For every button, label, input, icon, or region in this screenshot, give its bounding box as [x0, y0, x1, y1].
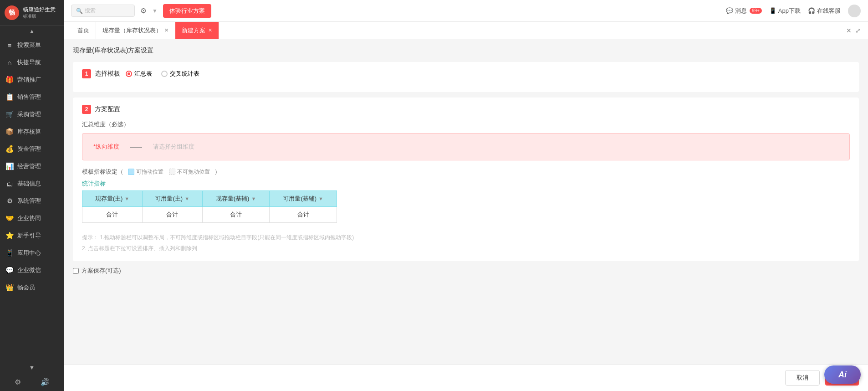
cancel-button[interactable]: 取消 — [785, 370, 820, 386]
table-header-3[interactable]: 可用量(基辅) ▼ — [270, 191, 337, 207]
message-badge: 99+ — [750, 8, 762, 14]
settings-icon[interactable]: ⚙ — [140, 6, 147, 15]
main-area: 🔍 搜索 ⚙ ▼ 体验行业方案 💬 消息 99+ 📱 App下载 🎧 在线客服 — [64, 0, 868, 391]
sidebar-item-label: 销售管理 — [17, 93, 41, 101]
ai-bubble[interactable]: Ai — [824, 365, 861, 384]
sidebar-nav: ≡ 搜索菜单 ⌂ 快捷导航 🎁 营销推广 📋 销售管理 🛒 采购管理 📦 库存核… — [0, 36, 64, 362]
sidebar-item-app-center[interactable]: 📱 应用中心 — [0, 244, 64, 262]
table-header-2[interactable]: 现存量(基辅) ▼ — [202, 191, 270, 207]
stats-label: 统计指标 — [82, 180, 850, 188]
ai-label: Ai — [838, 370, 847, 380]
sidebar-item-label: 搜索菜单 — [17, 41, 41, 49]
sidebar-item-finance[interactable]: 💰 资金管理 — [0, 140, 64, 158]
section2-title: 方案配置 — [95, 105, 120, 113]
indicators-label: 模板指标设定（ 可拖动位置 不可拖动位置 ） — [82, 168, 850, 176]
radio-cross-label: 交叉统计表 — [170, 70, 199, 78]
save-checkbox[interactable] — [73, 268, 79, 274]
basic-info-icon: 🗂 — [5, 180, 14, 188]
sidebar-item-purchase[interactable]: 🛒 采购管理 — [0, 106, 64, 123]
search-menu-icon: ≡ — [5, 41, 14, 49]
member-icon: 👑 — [5, 283, 14, 292]
sidebar-item-search-menu[interactable]: ≡ 搜索菜单 — [0, 36, 64, 54]
trial-button[interactable]: 体验行业方案 — [163, 4, 211, 18]
stats-table: 现存量(主) ▼ 可用量(主) ▼ — [82, 190, 337, 223]
sidebar-footer: ⚙ 🔊 — [0, 373, 64, 391]
chevron-down-icon-3[interactable]: ▼ — [318, 196, 323, 201]
finance-icon: 💰 — [5, 145, 14, 153]
radio-summary-circle — [126, 71, 132, 77]
sidebar-item-label: 快捷导航 — [17, 58, 41, 67]
tabs-bar: 首页 现存量（库存状况表） ✕ 新建方案 ✕ ✕ ⤢ — [64, 22, 868, 39]
chevron-down-icon-1[interactable]: ▼ — [184, 196, 189, 201]
sidebar: 畅 畅康通好生意 标准版 ▲ ≡ 搜索菜单 ⌂ 快捷导航 🎁 营销推广 📋 销售… — [0, 0, 64, 391]
sidebar-item-label: 采购管理 — [17, 110, 41, 118]
section2-header: 2 方案配置 — [82, 105, 850, 114]
sidebar-item-member[interactable]: 👑 畅会员 — [0, 279, 64, 296]
topbar: 🔍 搜索 ⚙ ▼ 体验行业方案 💬 消息 99+ 📱 App下载 🎧 在线客服 — [64, 0, 868, 22]
sidebar-logo: 畅 畅康通好生意 标准版 — [0, 0, 64, 26]
table-header-0[interactable]: 现存量(主) ▼ — [82, 191, 143, 207]
download-icon: 📱 — [769, 7, 776, 14]
hint-1: 提示： 1.拖动标题栏可以调整布局，不可跨维度或指标区域拖动栏目字段(只能在同一… — [82, 232, 850, 243]
audio-icon[interactable]: 🔊 — [41, 378, 50, 386]
app-download-button[interactable]: 📱 App下载 — [769, 7, 801, 15]
sidebar-scroll-down[interactable]: ▼ — [0, 362, 64, 373]
tabs-actions: ✕ ⤢ — [846, 27, 861, 34]
settings-icon[interactable]: ⚙ — [15, 378, 21, 386]
chevron-down-icon-0[interactable]: ▼ — [124, 196, 129, 201]
header-label-2: 现存量(基辅) — [216, 195, 250, 203]
sidebar-item-label: 企业微信 — [17, 266, 41, 274]
section1-num: 1 — [82, 69, 91, 78]
radio-summary[interactable]: 汇总表 — [126, 70, 152, 78]
sidebar-item-label: 畅会员 — [17, 283, 35, 292]
sidebar-scroll-up[interactable]: ▲ — [0, 26, 64, 36]
legend-non-draggable: 不可拖动位置 — [169, 168, 210, 176]
avatar[interactable] — [848, 5, 861, 17]
tab-inventory-label: 现存量（库存状况表） — [102, 26, 162, 35]
dimension-row: *纵向维度 —— 请选择分组维度 — [93, 143, 838, 151]
tab-inventory-close-icon[interactable]: ✕ — [164, 27, 168, 33]
draggable-label: 可拖动位置 — [136, 168, 163, 176]
sidebar-item-quick-nav[interactable]: ⌂ 快捷导航 — [0, 54, 64, 71]
tab-close-icon[interactable]: ✕ — [846, 27, 852, 34]
app-center-icon: 📱 — [5, 249, 14, 257]
non-draggable-box — [169, 169, 175, 175]
table-cell-3: 合计 — [270, 207, 337, 223]
sidebar-item-marketing[interactable]: 🎁 营销推广 — [0, 71, 64, 88]
page-title: 现存量(库存状况表)方案设置 — [73, 46, 859, 55]
message-button[interactable]: 💬 消息 99+ — [726, 7, 762, 15]
tab-inventory-status[interactable]: 现存量（库存状况表） ✕ — [96, 22, 175, 39]
tab-new-plan[interactable]: 新建方案 ✕ — [175, 22, 219, 39]
tab-home[interactable]: 首页 — [71, 22, 96, 39]
dimension-placeholder[interactable]: 请选择分组维度 — [153, 143, 194, 151]
sidebar-item-newcomer[interactable]: ⭐ 新手引导 — [0, 227, 64, 244]
chevron-down-icon-2[interactable]: ▼ — [251, 196, 256, 201]
section-config: 2 方案配置 汇总维度（必选） *纵向维度 —— 请选择分组维度 模板指标设定（ — [73, 98, 859, 261]
sidebar-item-label: 资金管理 — [17, 145, 41, 153]
radio-cross-circle — [161, 71, 168, 77]
stats-table-body: 合计 合计 合计 合计 — [82, 207, 337, 223]
search-box[interactable]: 🔍 搜索 — [71, 5, 135, 17]
online-service-button[interactable]: 🎧 在线客服 — [808, 7, 841, 15]
radio-cross[interactable]: 交叉统计表 — [161, 70, 199, 78]
sidebar-item-label: 基础信息 — [17, 180, 41, 188]
sidebar-item-basic-info[interactable]: 🗂 基础信息 — [0, 175, 64, 192]
tab-new-plan-close-icon[interactable]: ✕ — [208, 27, 212, 33]
dropdown-arrow-icon[interactable]: ▼ — [152, 8, 158, 14]
table-header-1[interactable]: 可用量(主) ▼ — [142, 191, 202, 207]
hint-2: 2. 点击标题栏下拉可设置排序、插入列和删除列 — [82, 243, 850, 254]
sidebar-item-system[interactable]: ⚙ 系统管理 — [0, 192, 64, 210]
save-checkbox-label[interactable]: 方案保存(可选) — [82, 267, 121, 275]
wechat-icon: 💬 — [5, 266, 14, 274]
section2-num: 2 — [82, 105, 91, 114]
sidebar-item-sales[interactable]: 📋 销售管理 — [0, 88, 64, 106]
content-area: 现存量(库存状况表)方案设置 1 选择模板 汇总表 交叉统计表 — [64, 39, 868, 364]
system-icon: ⚙ — [5, 197, 14, 205]
section-template: 1 选择模板 汇总表 交叉统计表 — [73, 62, 859, 92]
sidebar-item-operations[interactable]: 📊 经营管理 — [0, 158, 64, 175]
sidebar-item-inventory[interactable]: 📦 库存核算 — [0, 123, 64, 140]
sidebar-item-wechat[interactable]: 💬 企业微信 — [0, 262, 64, 279]
sidebar-item-label: 库存核算 — [17, 128, 41, 136]
sidebar-item-cooperation[interactable]: 🤝 企业协同 — [0, 210, 64, 227]
tab-expand-icon[interactable]: ⤢ — [855, 27, 861, 34]
